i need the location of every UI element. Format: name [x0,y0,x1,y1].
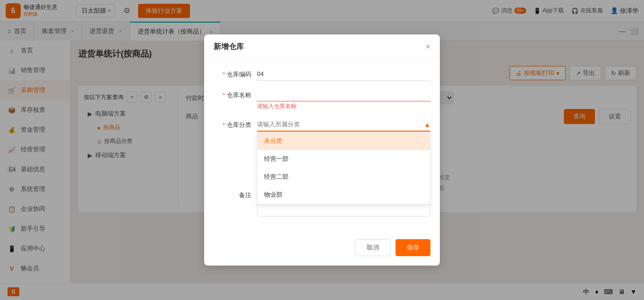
dialog-header: 新增仓库 × [204,34,440,58]
name-error-msg: 请输入仓库名称 [257,102,430,110]
category-input-wrapper: ▲ 未分类 经营一部 经营二部 物业部 [257,118,430,132]
category-label: 仓库分类 [214,118,251,129]
dialog-save-button[interactable]: 保存 [396,239,430,256]
name-input-wrapper: 请输入仓库名称 [257,88,430,110]
dropdown-item-uncategorized[interactable]: 未分类 [257,132,430,150]
add-warehouse-dialog: 新增仓库 × 仓库编码 仓库名称 请输入仓库名称 仓库分类 [204,34,440,266]
dropdown-item-dept1[interactable]: 经营一部 [257,150,430,168]
form-row-category: 仓库分类 ▲ 未分类 经营一部 [214,118,430,132]
form-row-name: 仓库名称 请输入仓库名称 [214,88,430,110]
dialog-close-button[interactable]: × [425,42,430,52]
code-input-wrapper [257,67,430,81]
overlay: 新增仓库 × 仓库编码 仓库名称 请输入仓库名称 仓库分类 [0,0,644,300]
category-input-row: ▲ [257,118,430,132]
dropdown-item-dept2[interactable]: 经营二部 [257,168,430,186]
dialog-body: 仓库编码 仓库名称 请输入仓库名称 仓库分类 ▲ [204,58,440,233]
dialog-cancel-button[interactable]: 取消 [355,239,391,256]
form-row-code: 仓库编码 [214,67,430,81]
dialog-title: 新增仓库 [214,42,244,52]
category-dropdown: 未分类 经营一部 经营二部 物业部 [257,132,430,204]
dropdown-item-property[interactable]: 物业部 [257,186,430,204]
warehouse-category-input[interactable] [257,118,424,131]
category-arrow-icon[interactable]: ▲ [424,121,430,128]
dialog-footer: 取消 保存 [204,233,440,266]
notes-label: 备注 [214,188,251,200]
name-label: 仓库名称 [214,88,251,100]
code-label: 仓库编码 [214,67,251,79]
warehouse-code-input[interactable] [257,67,430,81]
warehouse-name-input[interactable] [257,88,430,101]
